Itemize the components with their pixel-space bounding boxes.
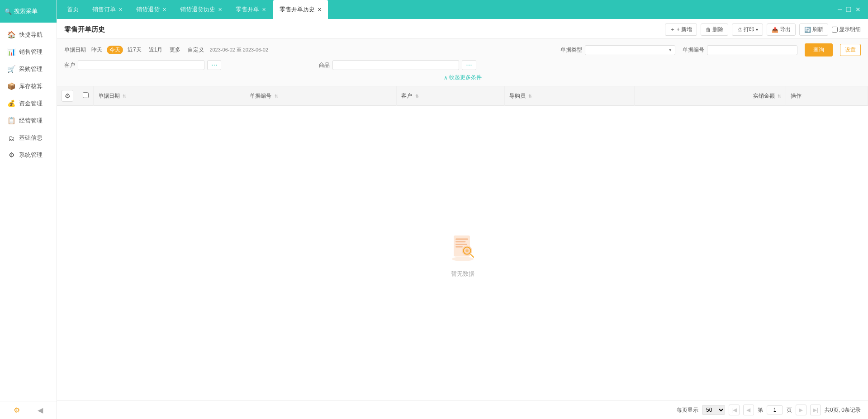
sidebar-label-purchase-mgmt: 采购管理 (19, 65, 43, 73)
data-table: ⚙ 单据日期 ⇅ 单据编号 ⇅ (57, 86, 868, 106)
tab-sales-return[interactable]: 销货退货✕ (130, 0, 173, 19)
sidebar-item-purchase-mgmt[interactable]: 🛒采购管理 (0, 61, 57, 78)
col-no-label: 单据编号 (250, 93, 271, 99)
col-guide-label: 导购员 (509, 93, 526, 99)
export-icon: 📤 (772, 27, 778, 33)
date-shortcuts: 昨天 今天 近7天 近1月 更多 自定义 (89, 46, 207, 54)
display-toggle[interactable]: 显示明细 (832, 26, 861, 33)
print-label: 打印 (744, 26, 754, 33)
add-button[interactable]: ＋ + 新增 (665, 24, 697, 36)
sidebar-search[interactable]: 🔍 搜索采单 (0, 5, 57, 18)
sidebar-icon-ops-mgmt: 📋 (7, 117, 15, 125)
date-sort-icon[interactable]: ⇅ (123, 94, 126, 99)
display-checkbox[interactable] (832, 27, 838, 33)
guide-sort-icon[interactable]: ⇅ (528, 94, 532, 99)
sidebar-item-basic-info[interactable]: 🗂基础信息 (0, 129, 57, 146)
no-sort-icon[interactable]: ⇅ (275, 94, 278, 99)
export-label: 导出 (780, 26, 791, 33)
collapse-btn[interactable]: ∧ 收起更多条件 (444, 74, 482, 81)
col-checkbox (78, 86, 94, 106)
table-area: ⚙ 单据日期 ⇅ 单据编号 ⇅ (57, 86, 868, 400)
filter-row-1: 单据日期 昨天 今天 近7天 近1月 更多 自定义 2023-06-02 至 2… (64, 43, 861, 56)
bill-no-input[interactable] (707, 45, 797, 55)
tab-close-retail-open-hist[interactable]: ✕ (318, 7, 322, 13)
search-icon: 🔍 (5, 8, 12, 15)
tab-home[interactable]: 首页 (61, 0, 85, 19)
delete-icon: 🗑 (706, 27, 711, 33)
last-page-btn[interactable]: ▶| (810, 405, 821, 415)
tab-label-retail-open: 零售开单 (236, 5, 259, 14)
page-number-input[interactable] (767, 405, 783, 414)
sidebar-item-finance[interactable]: 💰资金管理 (0, 95, 57, 112)
goods-dots-btn[interactable]: ··· (462, 60, 476, 70)
customer-input[interactable] (78, 60, 204, 70)
col-ops-label: 操作 (791, 93, 802, 99)
sidebar-top: 🔍 搜索采单 (0, 0, 57, 23)
page-size-select[interactable]: 50 20 100 (702, 405, 725, 415)
shortcut-more[interactable]: 更多 (167, 46, 183, 54)
first-page-btn[interactable]: |◀ (729, 405, 740, 415)
tab-close-sales-return-hist[interactable]: ✕ (218, 7, 222, 13)
sidebar-icon-inventory: 📦 (7, 82, 15, 90)
sidebar-item-inventory[interactable]: 📦库存核算 (0, 78, 57, 95)
sidebar-item-quick-nav[interactable]: 🏠快捷导航 (0, 26, 57, 43)
bill-type-select[interactable] (585, 45, 675, 55)
settings-icon[interactable]: ⚙ (14, 406, 20, 414)
shortcut-yesterday[interactable]: 昨天 (89, 46, 105, 54)
tab-close-sales-return[interactable]: ✕ (162, 7, 166, 13)
select-all-checkbox[interactable] (83, 92, 89, 98)
close-btn[interactable]: ✕ (855, 6, 861, 13)
amount-sort-icon[interactable]: ⇅ (778, 94, 781, 99)
empty-text: 暂无数据 (451, 270, 474, 278)
tab-retail-open[interactable]: 零售开单✕ (229, 0, 272, 19)
tab-retail-open-hist[interactable]: 零售开单历史✕ (273, 0, 328, 19)
col-customer: 客户 ⇅ (397, 86, 505, 106)
total-label: 共0页, 0条记录 (825, 406, 861, 414)
restore-btn[interactable]: ❐ (846, 6, 852, 13)
tab-label-sales-order: 销售订单 (92, 5, 116, 14)
customer-sort-icon[interactable]: ⇅ (415, 94, 419, 99)
prev-page-btn[interactable]: ◀ (743, 405, 754, 415)
export-button[interactable]: 📤 导出 (767, 24, 796, 36)
tab-close-sales-order[interactable]: ✕ (119, 7, 123, 13)
minimize-btn[interactable]: ─ (838, 6, 842, 13)
svg-rect-2 (455, 238, 468, 240)
toolbar: ＋ + 新增 🗑 删除 🖨 打印 ▾ 📤 导出 🔄 (665, 24, 861, 36)
print-button[interactable]: 🖨 打印 ▾ (732, 24, 763, 36)
goods-input[interactable] (332, 60, 459, 70)
next-page-btn[interactable]: ▶ (796, 405, 806, 415)
svg-point-0 (452, 257, 474, 261)
sidebar-icon-basic-info: 🗂 (7, 134, 15, 142)
column-settings-btn[interactable]: ⚙ (62, 90, 73, 102)
setup-button[interactable]: 设置 (840, 44, 861, 56)
col-amount-label: 实销金额 (753, 93, 775, 99)
shortcut-custom[interactable]: 自定义 (185, 46, 207, 54)
sidebar-item-sales-mgmt[interactable]: 📊销售管理 (0, 43, 57, 61)
tab-close-retail-open[interactable]: ✕ (262, 7, 266, 13)
sidebar-item-sys-mgmt[interactable]: ⚙系统管理 (0, 146, 57, 164)
filter-customer: 客户 ··· (64, 60, 221, 70)
query-button[interactable]: 查询 (805, 43, 833, 56)
date-range: 2023-06-02 至 2023-06-02 (209, 47, 268, 53)
shortcut-today[interactable]: 今天 (107, 46, 123, 54)
svg-rect-4 (455, 244, 467, 245)
filter-row-2: 客户 ··· 商品 ··· (64, 60, 861, 70)
per-page-label: 每页显示 (677, 406, 698, 414)
shortcut-1month[interactable]: 近1月 (146, 46, 166, 54)
sidebar-item-ops-mgmt[interactable]: 📋经营管理 (0, 112, 57, 129)
tab-sales-order[interactable]: 销售订单✕ (86, 0, 129, 19)
shortcut-7days[interactable]: 近7天 (125, 46, 144, 54)
empty-state: 暂无数据 (57, 106, 868, 400)
delete-button[interactable]: 🗑 删除 (701, 24, 728, 36)
svg-point-9 (465, 249, 468, 252)
customer-dots-btn[interactable]: ··· (207, 60, 221, 70)
tab-sales-return-hist[interactable]: 销货退货历史✕ (174, 0, 228, 19)
goods-label: 商品 (319, 61, 330, 69)
collapse-sidebar-icon[interactable]: ◀ (38, 406, 43, 414)
refresh-button[interactable]: 🔄 刷新 (799, 24, 828, 36)
print-icon: 🖨 (737, 27, 742, 33)
date-label: 单据日期 (64, 46, 86, 54)
col-date: 单据日期 ⇅ (94, 86, 245, 106)
table-header-row: ⚙ 单据日期 ⇅ 单据编号 ⇅ (57, 86, 868, 106)
refresh-icon: 🔄 (804, 27, 811, 33)
